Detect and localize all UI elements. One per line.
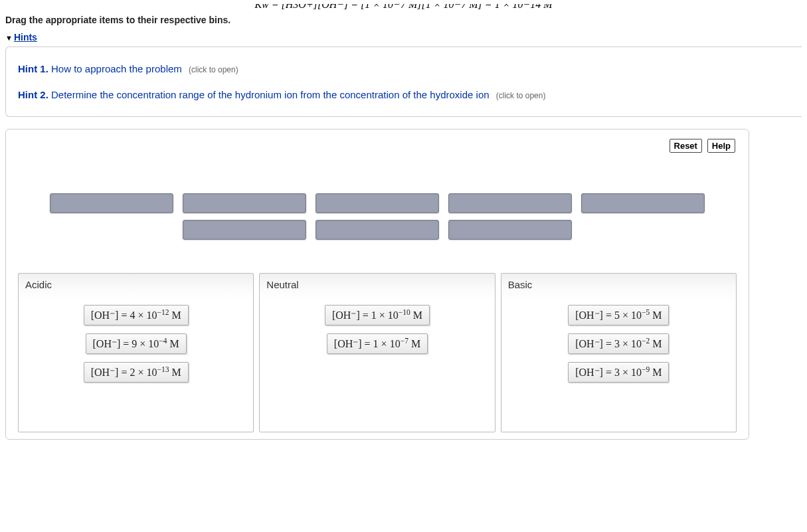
chip-base: [OH⁻] = 1 × 10	[332, 310, 399, 321]
hint-aside: (click to open)	[189, 65, 238, 74]
chip-exp: −9	[642, 365, 650, 373]
bins-row: Acidic [OH⁻] = 4 × 10−12 M [OH⁻] = 9 × 1…	[18, 273, 737, 432]
workspace-toolbar: Reset Help	[667, 139, 735, 153]
draggable-slot[interactable]	[448, 220, 572, 240]
instruction-text: Drag the appropriate items to their resp…	[5, 15, 802, 25]
chip-tail: M	[169, 367, 181, 378]
item-tray	[18, 193, 737, 240]
bin-title: Acidic	[25, 279, 246, 290]
chip-exp: −5	[642, 308, 650, 316]
chip-base: [OH⁻] = 2 × 10	[91, 367, 157, 378]
hint-2[interactable]: Hint 2. Determine the concentration rang…	[18, 89, 790, 100]
hint-num: Hint 2.	[18, 89, 48, 100]
hint-title: Determine the concentration range of the…	[51, 89, 490, 100]
concentration-chip[interactable]: [OH⁻] = 2 × 10−13 M	[84, 362, 189, 383]
chip-base: [OH⁻] = 1 × 10	[334, 338, 401, 349]
concentration-chip[interactable]: [OH⁻] = 9 × 10−4 M	[86, 333, 187, 354]
draggable-slot[interactable]	[448, 193, 572, 213]
draggable-slot[interactable]	[50, 193, 173, 213]
chip-exp: −4	[159, 337, 167, 345]
chip-exp: −7	[401, 337, 408, 345]
bin-basic[interactable]: Basic [OH⁻] = 5 × 10−5 M [OH⁻] = 3 × 10−…	[501, 273, 737, 432]
equation-fragment: Kw = [H3O+][OH−] = [1 × 10−7 M][1 × 10−7…	[5, 4, 802, 11]
chip-tail: M	[167, 338, 179, 349]
bin-neutral[interactable]: Neutral [OH⁻] = 1 × 10−10 M [OH⁻] = 1 × …	[259, 273, 495, 432]
concentration-chip[interactable]: [OH⁻] = 5 × 10−5 M	[568, 305, 669, 325]
chip-tail: M	[650, 310, 662, 321]
chip-base: [OH⁻] = 5 × 10	[575, 310, 642, 321]
concentration-chip[interactable]: [OH⁻] = 3 × 10−9 M	[568, 362, 669, 383]
chip-tail: M	[169, 310, 181, 321]
chip-tail: M	[650, 367, 662, 378]
bin-title: Basic	[508, 279, 729, 290]
chip-base: [OH⁻] = 3 × 10	[575, 338, 642, 349]
drag-drop-workspace: Reset Help Acidic [OH⁻] = 4 × 10−12 M	[5, 129, 749, 440]
chip-tail: M	[408, 338, 420, 349]
hints-panel: Hint 1. How to approach the problem (cli…	[5, 46, 802, 117]
hints-label: Hints	[14, 32, 37, 43]
chip-tail: M	[410, 310, 422, 321]
bin-items: [OH⁻] = 1 × 10−10 M [OH⁻] = 1 × 10−7 M	[266, 305, 488, 354]
chip-exp: −2	[642, 337, 650, 345]
draggable-slot[interactable]	[315, 220, 439, 240]
chip-exp: −13	[157, 365, 169, 373]
concentration-chip[interactable]: [OH⁻] = 4 × 10−12 M	[84, 305, 189, 325]
concentration-chip[interactable]: [OH⁻] = 1 × 10−10 M	[325, 305, 430, 325]
tray-row-1	[18, 193, 737, 213]
draggable-slot[interactable]	[183, 220, 306, 240]
chip-exp: −10	[399, 308, 410, 316]
bin-items: [OH⁻] = 4 × 10−12 M [OH⁻] = 9 × 10−4 M […	[25, 305, 246, 383]
hint-title: How to approach the problem	[51, 63, 182, 74]
hint-1[interactable]: Hint 1. How to approach the problem (cli…	[18, 63, 790, 74]
chip-base: [OH⁻] = 9 × 10	[93, 338, 159, 349]
bin-title: Neutral	[266, 279, 488, 290]
draggable-slot[interactable]	[315, 193, 439, 213]
draggable-slot[interactable]	[581, 193, 705, 213]
help-button[interactable]: Help	[707, 139, 735, 153]
hints-toggle[interactable]: ▼Hints	[5, 32, 37, 43]
chip-base: [OH⁻] = 4 × 10	[91, 310, 157, 321]
caret-down-icon: ▼	[5, 34, 13, 42]
draggable-slot[interactable]	[183, 193, 306, 213]
bin-items: [OH⁻] = 5 × 10−5 M [OH⁻] = 3 × 10−2 M [O…	[508, 305, 729, 383]
chip-tail: M	[650, 338, 662, 349]
reset-button[interactable]: Reset	[670, 139, 702, 153]
hint-num: Hint 1.	[18, 63, 48, 74]
tray-row-2	[18, 220, 737, 240]
bin-acidic[interactable]: Acidic [OH⁻] = 4 × 10−12 M [OH⁻] = 9 × 1…	[18, 273, 254, 432]
chip-exp: −12	[157, 308, 169, 316]
hint-aside: (click to open)	[496, 91, 546, 100]
chip-base: [OH⁻] = 3 × 10	[575, 367, 642, 378]
concentration-chip[interactable]: [OH⁻] = 3 × 10−2 M	[568, 333, 669, 354]
concentration-chip[interactable]: [OH⁻] = 1 × 10−7 M	[327, 333, 428, 354]
